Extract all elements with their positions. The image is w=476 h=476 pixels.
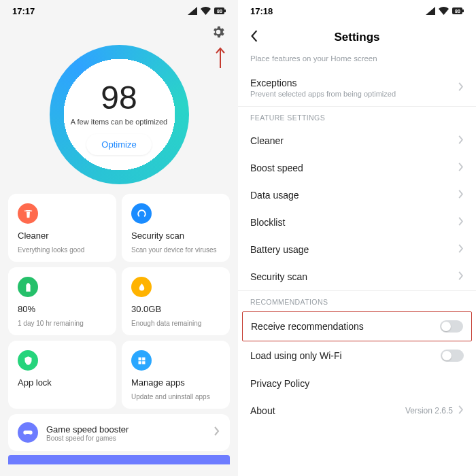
receive-recommendations-row[interactable]: Receive recommendations [242,311,472,341]
home-screen-sub: Place features on your Home screen [238,54,476,69]
row-title: About [250,405,405,416]
gear-icon [211,24,226,39]
chevron-right-icon [458,82,464,93]
status-bar: 17:17 80 [0,0,238,22]
svg-text:80: 80 [217,9,222,14]
score-section: 98 A few items can be optimized Optimize [0,45,238,184]
settings-button[interactable] [211,24,226,39]
back-button[interactable] [250,30,262,45]
feature-cards: Cleaner Everything looks good Security s… [0,194,238,464]
chevron-right-icon [458,163,464,173]
chevron-right-icon [458,217,464,228]
blocklist-row[interactable]: Blocklist [238,209,476,236]
row-title: Privacy Policy [250,378,464,389]
chevron-right-icon [458,405,464,416]
signal-icon [188,7,197,15]
about-row[interactable]: About Version 2.6.5 [238,397,476,424]
row-title: Data usage [250,190,458,201]
battery-icon: 80 [214,7,226,15]
battery-icon: 80 [452,7,464,15]
card-sub: 1 day 10 hr remaining [18,320,107,327]
card-title: Security scan [131,231,220,241]
svg-rect-4 [462,10,464,12]
apps-grid-icon [131,350,152,371]
shield-icon [18,350,38,371]
droplet-icon [131,277,152,297]
cleaner-card[interactable]: Cleaner Everything looks good [8,194,116,262]
status-icons: 80 [426,7,464,15]
score-value: 98 [101,79,137,116]
status-time: 17:17 [12,6,35,16]
optimize-button[interactable]: Optimize [86,134,151,155]
score-ring: 98 A few items can be optimized Optimize [50,45,189,184]
wifi-only-row[interactable]: Load using only Wi-Fi [238,341,476,370]
card-title: Game speed booster [46,424,205,435]
security-scan-card[interactable]: Security scan Scan your device for virus… [122,194,230,262]
section-feature-settings: FEATURE SETTINGS [238,106,476,127]
wifi-icon [439,7,449,15]
card-sub: Everything looks good [18,246,107,254]
annotation-arrow-icon [215,46,226,68]
partial-card [8,455,230,464]
card-title: App lock [18,377,107,388]
chevron-right-icon [458,271,464,282]
row-title: Battery usage [250,244,458,255]
page-title: Settings [262,31,452,44]
settings-screen: 17:18 80 Settings Place features on your… [238,0,476,476]
card-sub: Enough data remaining [131,320,220,327]
score-subtitle: A few items can be optimized [71,118,167,126]
trash-icon [18,203,38,224]
boost-row[interactable]: Boost speed [238,154,476,182]
row-title: Security scan [250,271,458,282]
row-title: Load using only Wi-Fi [250,350,441,361]
version-label: Version 2.6.5 [405,406,453,415]
gamepad-icon [18,422,38,443]
card-sub: Scan your device for viruses [131,246,220,254]
row-sub: Prevent selected apps from being optimiz… [250,90,458,98]
card-sub: Boost speed for games [46,435,205,442]
chevron-right-icon [458,244,464,255]
card-sub: Update and uninstall apps [131,393,220,401]
card-title: 30.0GB [131,304,220,314]
battery-icon [18,277,38,297]
signal-icon [426,7,435,15]
data-card[interactable]: 30.0GB Enough data remaining [122,267,230,335]
row-title: Exceptions [250,78,458,88]
wifi-only-toggle[interactable] [441,350,464,362]
card-title: Manage apps [131,377,220,388]
svg-rect-1 [224,10,226,12]
status-bar: 17:18 80 [238,0,476,22]
row-title: Cleaner [250,135,458,146]
header: Settings [238,22,476,54]
row-title: Boost speed [250,163,458,173]
manage-apps-card[interactable]: Manage apps Update and uninstall apps [122,341,230,409]
chevron-right-icon [214,426,220,439]
status-icons: 80 [188,7,226,15]
svg-text:80: 80 [455,9,460,14]
applock-card[interactable]: App lock [8,341,116,409]
cleaner-row[interactable]: Cleaner [238,127,476,154]
battery-row[interactable]: Battery usage [238,236,476,263]
card-title: Cleaner [18,231,107,241]
battery-card[interactable]: 80% 1 day 10 hr remaining [8,267,116,335]
section-recommendations: RECOMMENDATIONS [238,290,476,311]
chevron-right-icon [458,190,464,201]
scan-icon [131,203,152,224]
exceptions-row[interactable]: Exceptions Prevent selected apps from be… [238,69,476,106]
wifi-icon [201,7,211,15]
row-title: Receive recommendations [251,321,440,332]
chevron-left-icon [250,30,258,42]
game-booster-card[interactable]: Game speed booster Boost speed for games [8,414,230,451]
card-title: 80% [18,304,107,314]
data-usage-row[interactable]: Data usage [238,182,476,209]
receive-recommendations-toggle[interactable] [440,320,463,333]
privacy-row[interactable]: Privacy Policy [238,370,476,397]
chevron-right-icon [458,135,464,146]
row-title: Blocklist [250,217,458,228]
security-app-screen: 17:17 80 98 A few items can be optimized… [0,0,238,476]
status-time: 17:18 [250,6,273,16]
security-row[interactable]: Security scan [238,263,476,290]
